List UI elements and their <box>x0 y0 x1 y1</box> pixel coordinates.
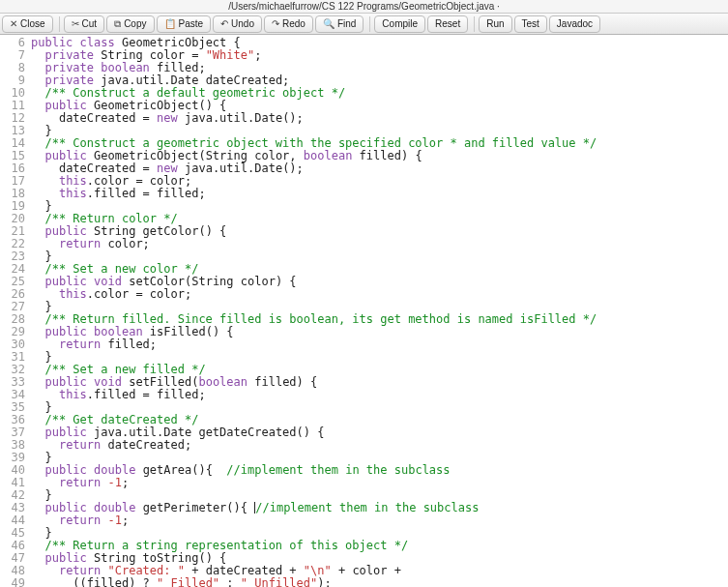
line-number-gutter: 6789101112131415161718192021222324252627… <box>0 37 31 587</box>
copy-icon: ⧉ <box>114 18 121 30</box>
code-line[interactable]: return filled; <box>31 338 728 351</box>
find-button[interactable]: 🔍 Find <box>315 15 364 33</box>
undo-icon: ↶ <box>220 18 228 29</box>
cut-label: Cut <box>82 18 98 29</box>
paste-button[interactable]: 📋 Paste <box>157 15 212 33</box>
redo-button[interactable]: ↷ Redo <box>264 15 313 33</box>
code-content[interactable]: public class GeometricObject { private S… <box>31 37 728 587</box>
code-line[interactable]: this.color = color; <box>31 288 728 301</box>
compile-button[interactable]: Compile <box>374 15 425 33</box>
close-label: Close <box>20 18 45 29</box>
reset-button[interactable]: Reset <box>427 15 468 33</box>
editor-area[interactable]: 6789101112131415161718192021222324252627… <box>0 35 728 587</box>
cut-button[interactable]: ✂ Cut <box>64 15 105 33</box>
code-line[interactable]: return -1; <box>31 477 728 489</box>
copy-label: Copy <box>124 18 146 29</box>
find-label: Find <box>337 18 356 29</box>
close-icon: ✕ <box>10 18 17 29</box>
paste-icon: 📋 <box>164 18 176 29</box>
code-line[interactable]: this.filled = filled; <box>31 389 728 401</box>
window-title: /Users/michaelfurrow/CS 122 Programs/Geo… <box>0 0 728 14</box>
code-line[interactable]: return dateCreated; <box>31 439 728 452</box>
run-button[interactable]: Run <box>479 15 511 33</box>
close-button[interactable]: ✕ Close <box>2 15 53 33</box>
test-label: Test <box>522 18 539 29</box>
code-line[interactable]: dateCreated = new java.util.Date(); <box>31 112 728 125</box>
undo-label: Undo <box>231 18 254 29</box>
run-label: Run <box>486 18 504 29</box>
code-line[interactable]: return color; <box>31 238 728 250</box>
copy-button[interactable]: ⧉ Copy <box>106 15 154 33</box>
toolbar: ✕ Close ✂ Cut ⧉ Copy 📋 Paste ↶ Undo ↷ Re… <box>0 14 728 35</box>
javadoc-button[interactable]: Javadoc <box>549 15 600 33</box>
reset-label: Reset <box>435 18 460 29</box>
toolbar-divider <box>59 16 60 32</box>
code-line[interactable]: public double getArea(){ //implement the… <box>31 464 728 477</box>
toolbar-divider <box>369 16 370 32</box>
code-line[interactable]: public double getPerimeter(){ //implemen… <box>31 502 728 514</box>
code-line[interactable]: this.filled = filled; <box>31 188 728 200</box>
code-line[interactable]: return -1; <box>31 514 728 527</box>
redo-icon: ↷ <box>272 18 279 29</box>
toolbar-divider <box>474 16 475 32</box>
line-number: 49 <box>0 577 25 587</box>
scissors-icon: ✂ <box>72 18 79 29</box>
redo-label: Redo <box>282 18 306 29</box>
test-button[interactable]: Test <box>514 15 547 33</box>
javadoc-label: Javadoc <box>557 18 593 29</box>
find-icon: 🔍 <box>323 18 335 29</box>
code-line[interactable]: ((filled) ? " Filled" : " Unfilled"); <box>31 577 728 587</box>
undo-button[interactable]: ↶ Undo <box>213 15 262 33</box>
paste-label: Paste <box>179 18 204 29</box>
compile-label: Compile <box>382 18 418 29</box>
